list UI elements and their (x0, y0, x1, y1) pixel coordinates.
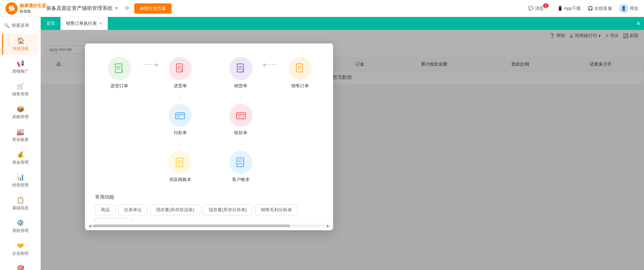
dropdown-icon[interactable]: ▾ (115, 5, 122, 12)
scroll-left-icon[interactable]: ◀ (88, 223, 91, 228)
basic-icon: 📋 (17, 196, 24, 204)
scroll-right-icon[interactable]: ▶ (327, 223, 330, 228)
avatar: 👤 (619, 4, 628, 13)
sidebar-item-inventory[interactable]: 🏭 库存核算 (2, 125, 38, 146)
flow-node-purchase-bill[interactable]: 进货单 (169, 57, 192, 89)
common-functions: 常用功能 商品 往来单位 现存量(库存状况表) 现存量(库存分布表) 销售毛利分… (95, 194, 323, 221)
tab-sales-order[interactable]: 销售订单执行表 ✕ (60, 17, 108, 30)
flow-node-purchase-order[interactable]: 进货订单 (108, 57, 131, 89)
sidebar-item-quick[interactable]: 🏠 快捷导航 (2, 34, 38, 55)
flow-col-2: 进货单 ↓ 付款单 ↓ (159, 54, 202, 186)
common-functions-title: 常用功能 (95, 194, 323, 200)
sidebar-item-label: 采购管理 (12, 114, 29, 120)
arrow-down-2: ↓ (179, 141, 181, 146)
func-buttons-row1: 商品 往来单位 现存量(库存状况表) 现存量(库存分布表) 销售毛利分析表 商品… (95, 204, 323, 221)
flow-node-supplier-ledger[interactable]: 供应商账本 (169, 151, 192, 183)
flow-node-sales-bill[interactable]: 销货单 (229, 57, 253, 89)
sidebar-item-finance[interactable]: 💰 资金管理 (2, 147, 38, 169)
sidebar-item-collab[interactable]: 🤝 企业协同 (2, 238, 38, 260)
func-btn-product-margin[interactable]: 商品毛利分析 (95, 218, 133, 221)
supplier-ledger-circle (169, 151, 192, 174)
purchase-bill-circle (169, 57, 192, 80)
inventory-icon: 🏭 (17, 128, 24, 136)
top-header: 畅 畅康通好生意 标准版 装备及固定资产辅助管理系统 ▾ ⚙ 体验行业方案 💬 … (0, 0, 644, 17)
tab-bar: 首页 销售订单执行表 ✕ ✕ (41, 17, 644, 30)
user-menu[interactable]: 👤 用友 (619, 4, 639, 13)
marketing-icon: 📢 (17, 60, 24, 67)
flow-col-4: 销售订单 (277, 54, 323, 92)
tab-home[interactable]: 首页 (41, 17, 60, 30)
sales-order-circle (289, 57, 312, 80)
func-btn-stock-dist[interactable]: 现存量(库存分布表) (203, 204, 253, 215)
scroll-thumb (93, 224, 290, 227)
flow-node-sales-order[interactable]: 销售订单 (289, 57, 312, 89)
flow-node-payment[interactable]: 付款单 (169, 104, 192, 136)
system-title: 装备及固定资产辅助管理系统 ▾ ⚙ 体验行业方案 (46, 3, 528, 14)
func-btn-stock-status[interactable]: 现存量(库存状况表) (150, 204, 200, 215)
popup: 进货订单 ▶ (85, 43, 333, 230)
guide-icon: 🎯 (17, 265, 24, 270)
tab-close-all[interactable]: ✕ (636, 20, 644, 27)
search-menu[interactable]: 🔍 搜索菜单 (0, 20, 40, 32)
sidebar-item-label: 营销推广 (12, 69, 29, 74)
app-download-button[interactable]: 📱 App下载 (557, 5, 581, 12)
svg-rect-10 (177, 116, 180, 118)
logo-area: 畅 畅康通好生意 标准版 (5, 2, 46, 15)
sidebar-item-label: 基础信息 (12, 205, 29, 211)
sales-icon: 🛒 (17, 83, 24, 90)
logo-text: 畅康通好生意 标准版 (20, 3, 46, 14)
popup-content: 进货订单 ▶ (85, 43, 333, 221)
message-button[interactable]: 💬 消息 6 (528, 5, 551, 12)
purchase-icon: 📦 (17, 105, 24, 113)
sidebar-item-basic[interactable]: 📋 基础信息 (2, 193, 38, 214)
arrow-sales-order-to-sales-bill: ◀ (262, 62, 277, 67)
tab-close-icon[interactable]: ✕ (99, 21, 102, 26)
flow-col-3: 销货单 ↓ ¥ 收款单 ↓ (220, 54, 262, 186)
flow-node-customer-ledger[interactable]: 客户账本 (229, 151, 253, 183)
sidebar-item-label: 经营管理 (12, 182, 29, 188)
arrow-down-4: ↓ (240, 141, 242, 146)
sidebar-item-label: 资金管理 (12, 160, 29, 165)
search-icon: 🔍 (4, 23, 10, 28)
sidebar-item-marketing[interactable]: 📢 营销推广 (2, 56, 38, 78)
sidebar-item-label: 库存核算 (12, 137, 29, 143)
sidebar-item-label: 销售管理 (12, 91, 29, 97)
home-icon: 🏠 (17, 37, 24, 44)
overlay: 进货订单 ▶ (41, 30, 644, 270)
func-btn-product[interactable]: 商品 (95, 204, 116, 215)
download-icon: 📱 (557, 6, 563, 11)
page-content: ❓ 帮助 🖨 按模板打印 ▾ ↗ 导出 🔄 刷新 (41, 30, 644, 270)
sales-bill-circle (229, 57, 253, 80)
payment-circle (169, 104, 192, 127)
sidebar-item-label: 快捷导航 (13, 46, 29, 52)
sidebar-item-label: 系统管理 (12, 228, 29, 234)
purchase-order-circle (108, 57, 131, 80)
collab-icon: 🤝 (17, 242, 24, 249)
svg-rect-8 (176, 113, 185, 119)
operations-icon: 📊 (17, 174, 24, 181)
content-area: 首页 销售订单执行表 ✕ ✕ ❓ 帮助 🖨 按模板打印 ▾ (41, 17, 644, 270)
svg-rect-22 (238, 116, 241, 118)
popup-scrollbar[interactable]: ◀ ▶ (85, 221, 333, 230)
svg-point-25 (239, 160, 242, 162)
gear-icon[interactable]: ⚙ (125, 5, 132, 12)
customer-ledger-circle (229, 151, 253, 174)
svg-rect-0 (115, 64, 122, 73)
scroll-track[interactable] (93, 224, 325, 227)
online-service-button[interactable]: 🎧 在线客服 (588, 5, 612, 12)
func-btn-partners[interactable]: 往来单位 (118, 204, 147, 215)
svg-point-19 (241, 69, 244, 72)
sidebar-item-operations[interactable]: 📊 经营管理 (2, 170, 38, 192)
system-icon: ⚙️ (17, 219, 24, 227)
flow-node-receipt[interactable]: ¥ 收款单 (229, 104, 253, 136)
svg-rect-20 (237, 113, 245, 119)
sidebar-item-label: 企业协同 (12, 251, 29, 256)
sidebar-item-purchase[interactable]: 📦 采购管理 (2, 102, 38, 123)
flow-col-1: 进货订单 (95, 54, 144, 92)
experience-button[interactable]: 体验行业方案 (134, 3, 172, 14)
sidebar-item-guide[interactable]: 🎯 新手引导 (2, 261, 38, 270)
sidebar-item-sales[interactable]: 🛒 销售管理 (2, 79, 38, 101)
func-btn-sales-analysis[interactable]: 销售毛利分析表 (255, 204, 298, 215)
sidebar-item-system[interactable]: ⚙️ 系统管理 (2, 216, 38, 237)
arrow-purchase-order-to-purchase-bill: ▶ (144, 62, 159, 67)
